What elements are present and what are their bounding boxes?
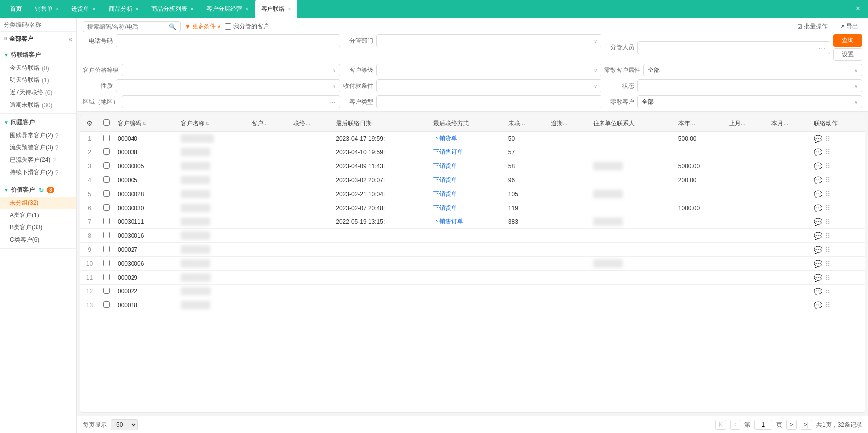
row-checkbox[interactable] <box>103 232 110 238</box>
row-last-contact-way[interactable]: 下销货单 <box>429 173 504 187</box>
more-action-icon[interactable]: ⠿ <box>825 274 830 282</box>
sidebar-item-churn-warning[interactable]: 流失预警客户(3)? <box>0 142 76 154</box>
reset-button[interactable]: 设置 <box>833 48 862 61</box>
row-checkbox-cell[interactable] <box>99 159 114 173</box>
row-checkbox[interactable] <box>103 260 110 266</box>
more-filters-btn[interactable]: ▼ 更多条件 ∧ <box>185 22 221 31</box>
more-action-icon[interactable]: ⠿ <box>825 190 830 198</box>
sidebar-item-tomorrow-pending[interactable]: 明天待联络(1) <box>0 74 76 86</box>
query-button[interactable]: 查询 <box>833 34 862 47</box>
chat-icon[interactable]: 💬 <box>814 288 822 295</box>
filter-retail-attr-select[interactable]: 全部∨ <box>643 64 862 76</box>
row-checkbox-cell[interactable] <box>99 229 114 243</box>
row-checkbox-cell[interactable] <box>99 145 114 159</box>
filter-customer-type-input[interactable] <box>376 95 601 108</box>
sidebar-item-class-a[interactable]: A类客户(1) <box>0 209 76 221</box>
gear-button[interactable]: ⚙ <box>84 118 95 128</box>
chat-icon[interactable]: 💬 <box>814 135 822 143</box>
row-last-contact-way[interactable] <box>429 298 504 312</box>
sidebar-item-declining[interactable]: 持续下滑客户(2)? <box>0 166 76 179</box>
value-group-title[interactable]: ▼ 价值客户 ↻ 8 <box>0 183 76 197</box>
chat-icon[interactable]: 💬 <box>814 176 822 184</box>
last-page-btn[interactable]: >| <box>801 420 812 430</box>
row-last-contact-way[interactable] <box>429 229 504 243</box>
row-checkbox[interactable] <box>103 176 110 183</box>
row-last-contact-way[interactable] <box>429 257 504 271</box>
nav-close-product-analysis[interactable]: × <box>135 6 138 12</box>
my-customers-checkbox[interactable]: 我分管的客户 <box>225 22 269 31</box>
row-last-contact-way[interactable]: 下销售订单 <box>429 215 504 229</box>
row-last-contact-way[interactable] <box>429 271 504 285</box>
nav-tab-sales-order[interactable]: 销售单 × <box>29 0 65 18</box>
main-search-input[interactable] <box>87 23 167 30</box>
batch-ops-btn[interactable]: ☑ 批量操作 <box>793 21 832 32</box>
search-icon[interactable]: 🔍 <box>169 23 176 30</box>
more-action-icon[interactable]: ⠿ <box>825 148 830 156</box>
nav-close-product-analysis-list[interactable]: × <box>190 6 193 12</box>
filter-status-select[interactable]: ∨ <box>637 79 862 92</box>
export-btn[interactable]: ↗ 导出 <box>836 21 862 32</box>
row-last-contact-way[interactable]: 下销售订单 <box>429 145 504 159</box>
row-checkbox-cell[interactable] <box>99 243 114 257</box>
nav-close-customer-contact[interactable]: × <box>288 6 291 12</box>
nav-close-sales-order[interactable]: × <box>56 6 59 12</box>
sidebar-item-churned[interactable]: 已流失客户(24)? <box>0 154 76 166</box>
chat-icon[interactable]: 💬 <box>814 246 822 254</box>
chat-icon[interactable]: 💬 <box>814 204 822 212</box>
sidebar-item-class-c[interactable]: C类客户(6) <box>0 234 76 246</box>
filter-department-select[interactable]: ∨ <box>376 34 601 47</box>
sidebar-item-hoarding-abnormal[interactable]: 囤购异常客户(2)? <box>0 129 76 142</box>
row-checkbox[interactable] <box>103 162 110 169</box>
row-checkbox[interactable] <box>103 274 110 280</box>
nav-tab-product-analysis[interactable]: 商品分析 × <box>103 0 144 18</box>
first-page-btn[interactable]: K <box>715 420 726 430</box>
sidebar-item-overdue-pending[interactable]: 逾期未联络(30) <box>0 99 76 111</box>
sidebar-item-today-pending[interactable]: 今天待联络(0) <box>0 62 76 74</box>
sidebar-collapse-btn[interactable]: « <box>69 35 72 43</box>
filter-price-level-select[interactable]: ∨ <box>122 64 340 76</box>
more-action-icon[interactable]: ⠿ <box>825 204 830 212</box>
refresh-icon[interactable]: ↻ <box>39 187 44 194</box>
nav-tab-home[interactable]: 首页 <box>4 0 28 18</box>
chat-icon[interactable]: 💬 <box>814 148 822 156</box>
select-all-checkbox[interactable] <box>103 119 110 126</box>
row-checkbox[interactable] <box>103 301 110 308</box>
filter-level-select[interactable]: ∨ <box>376 64 601 76</box>
row-checkbox[interactable] <box>103 135 110 141</box>
pending-group-title[interactable]: ▼ 待联络客户 <box>0 48 76 62</box>
row-last-contact-way[interactable]: 下销货单 <box>429 201 504 215</box>
col-gear[interactable]: ⚙ <box>80 115 99 132</box>
more-action-icon[interactable]: ⠿ <box>825 246 830 254</box>
nav-tab-customer-contact[interactable]: 客户联络 × <box>255 0 297 18</box>
row-checkbox-cell[interactable] <box>99 173 114 187</box>
more-action-icon[interactable]: ⠿ <box>825 260 830 268</box>
nav-tab-product-analysis-list[interactable]: 商品分析列表 × <box>145 0 199 18</box>
problem-group-title[interactable]: ▼ 问题客户 <box>0 116 76 129</box>
more-action-icon[interactable]: ⠿ <box>825 288 830 295</box>
page-size-select[interactable]: 50 100 <box>111 419 138 430</box>
col-name[interactable]: 客户名称⇅ <box>177 115 247 132</box>
filter-payment-select[interactable]: ∨ <box>376 79 601 92</box>
row-checkbox-cell[interactable] <box>99 298 114 312</box>
row-checkbox-cell[interactable] <box>99 215 114 229</box>
row-checkbox[interactable] <box>103 218 110 224</box>
row-checkbox-cell[interactable] <box>99 201 114 215</box>
row-last-contact-way[interactable]: 下销货单 <box>429 132 504 145</box>
more-action-icon[interactable]: ⠿ <box>825 135 830 143</box>
row-checkbox[interactable] <box>103 190 110 197</box>
row-checkbox-cell[interactable] <box>99 132 114 145</box>
filter-retail-select[interactable]: 全部∨ <box>637 95 862 108</box>
row-checkbox[interactable] <box>103 288 110 294</box>
chat-icon[interactable]: 💬 <box>814 190 822 198</box>
page-num-input[interactable] <box>754 420 772 430</box>
row-checkbox-cell[interactable] <box>99 187 114 201</box>
chat-icon[interactable]: 💬 <box>814 301 822 309</box>
chat-icon[interactable]: 💬 <box>814 232 822 240</box>
sidebar-all-customers-header[interactable]: ⠿ 全部客户 « <box>0 32 76 46</box>
row-last-contact-way[interactable] <box>429 243 504 257</box>
row-last-contact-way[interactable]: 下销货单 <box>429 187 504 201</box>
nav-close-customer-segment[interactable]: × <box>245 6 248 12</box>
filter-region-input[interactable]: ··· <box>122 95 340 108</box>
row-checkbox-cell[interactable] <box>99 285 114 298</box>
col-code[interactable]: 客户编码⇅ <box>114 115 177 132</box>
